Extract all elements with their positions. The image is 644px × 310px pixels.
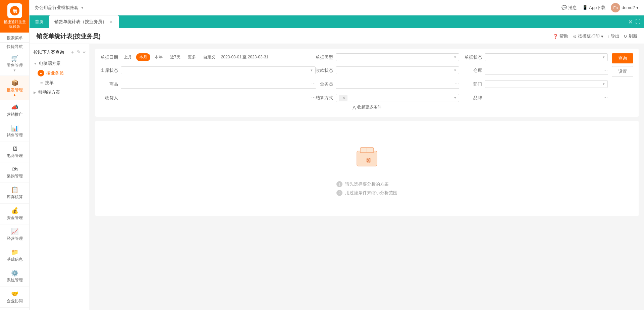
sidebar-item-label-wholesale: 批发管理 [7, 87, 23, 93]
query-button[interactable]: 查询 [612, 53, 633, 63]
warehouse-input[interactable]: ··· [485, 66, 608, 75]
mobile-scheme-category[interactable]: ▶ 移动端方案 [30, 88, 90, 97]
recipient-dots[interactable]: ··· [311, 95, 316, 101]
collapse-label: 收起更多条件 [357, 104, 381, 110]
user-menu[interactable]: Ea demo2 ▾ [611, 3, 639, 12]
sidebar-item-wholesale[interactable]: 📦 批发管理 ▲ [0, 76, 29, 100]
product-input[interactable]: ··· [121, 80, 316, 89]
tab-fullscreen-icon[interactable]: ⛶ [635, 19, 641, 25]
add-scheme-icon[interactable]: ＋ [70, 49, 75, 55]
tab-sales-report-label: 销货单统计表（按业务员） [54, 19, 107, 25]
date-btn-last-month[interactable]: 上月 [121, 53, 135, 61]
sidebar-item-label-inventory: 库存核算 [7, 194, 23, 200]
help-label: 帮助 [559, 33, 568, 39]
filter-item-brand: 品牌 ··· [465, 93, 608, 102]
salesman-input[interactable]: ··· [336, 80, 459, 89]
template-print-label: 按模板打印 [578, 33, 600, 39]
action-buttons: 查询 设置 [612, 53, 633, 102]
filter-item-recipient: 收货人 ··· [101, 93, 316, 102]
product-dots[interactable]: ··· [311, 81, 316, 87]
filter-row-2: 出库状态 ▾ 收款状态 [101, 66, 608, 75]
doc-status-select[interactable]: ▾ [485, 53, 608, 61]
warehouse-dots[interactable]: ··· [603, 67, 608, 73]
search-menu-button[interactable]: 搜索菜单 [0, 33, 29, 43]
ecommerce-icon: 🖥 [12, 145, 18, 152]
collapse-panel-icon[interactable]: « [83, 49, 86, 55]
date-btn-custom[interactable]: 自定义 [200, 53, 218, 61]
right-panel: 单据日期 上月 本月 本年 近7天 更多 自定义 [90, 44, 644, 310]
sidebar-item-label-sales: 销售管理 [7, 133, 23, 138]
tab-close-icon[interactable]: ✕ [109, 19, 113, 25]
export-button[interactable]: ↑ 导出 [607, 33, 620, 39]
date-btn-this-year[interactable]: 本年 [152, 53, 166, 61]
filter-item-salesman: 业务员 ··· [316, 80, 459, 89]
edit-scheme-icon[interactable]: ✎ [77, 49, 81, 55]
template-print-button[interactable]: 🖨 按模板打印 ▾ [572, 33, 603, 39]
app-download-button[interactable]: 📱 App下载 [582, 5, 605, 11]
sidebar-item-ecommerce[interactable]: 🖥 电商管理 [0, 142, 29, 162]
date-btn-more[interactable]: 更多 [185, 53, 199, 61]
mobile-category-arrow: ▶ [34, 91, 36, 94]
payment-method-label: 结算方式 [316, 95, 336, 101]
dept-select[interactable]: ▾ [485, 80, 608, 88]
brand-input[interactable]: ··· [485, 93, 608, 102]
receipt-status-select[interactable]: ▾ [336, 66, 459, 74]
topbar-dropdown-icon[interactable]: ▾ [81, 5, 84, 10]
sidebar-logo-text: 畅捷通好生意 标账版 [4, 19, 26, 29]
topbar-title: 办公用品行业模拟账套 [35, 5, 78, 11]
filter-item-product: 商品 ··· [101, 80, 316, 89]
quick-nav-button[interactable]: 快捷导航 [0, 43, 29, 51]
chevron-up-icon: ▲ [13, 93, 16, 97]
settings-button[interactable]: 设置 [612, 66, 633, 77]
filter-form: 单据日期 上月 本月 本年 近7天 更多 自定义 [95, 49, 639, 117]
message-button[interactable]: 💬 消息 [561, 5, 577, 11]
by-order-icon: ≡ [40, 81, 43, 86]
sidebar-item-operation[interactable]: 📈 经营管理 [0, 224, 29, 245]
logo-icon: 畅 [7, 3, 22, 18]
date-btn-this-month[interactable]: 本月 [136, 53, 150, 61]
sidebar-item-basic[interactable]: 📁 基础信息 [0, 245, 29, 266]
desktop-scheme-category[interactable]: ▼ 电脑端方案 [30, 59, 90, 68]
date-filter: 上月 本月 本年 近7天 更多 自定义 2023-03-01 至 2023-03… [121, 53, 316, 61]
sidebar-item-enterprise[interactable]: 🤝 企业协同 [0, 287, 29, 308]
doc-type-arrow: ▾ [454, 55, 456, 59]
tab-home[interactable]: 首页 [30, 15, 49, 28]
scheme-item-by-order[interactable]: ≡ 按单 [30, 78, 90, 88]
collapse-filter-button[interactable]: ⋀ 收起更多条件 [101, 102, 633, 112]
payment-method-clear[interactable]: ✕ [342, 96, 345, 100]
sidebar-item-inventory[interactable]: 📋 库存核算 [0, 183, 29, 204]
sidebar-item-finance[interactable]: 💰 资金管理 [0, 204, 29, 224]
brand-label: 品牌 [465, 95, 485, 101]
date-label: 单据日期 [101, 54, 121, 60]
enterprise-icon: 🤝 [11, 290, 18, 298]
print-dropdown-icon: ▾ [601, 34, 603, 39]
sidebar-item-label-enterprise: 企业协同 [7, 298, 23, 304]
filter-item-doc-status: 单据状态 ▾ [465, 53, 608, 61]
wholesale-icon: 📦 [11, 79, 18, 87]
sidebar-item-marketing[interactable]: 📣 营销推广 [0, 100, 29, 121]
sidebar-item-newbie[interactable]: 🎯 新手引导 [0, 308, 29, 310]
scheme-item-by-salesman[interactable]: ● 按业务员 [30, 68, 90, 78]
sidebar-item-retail[interactable]: 🛒 零售管理 ▼ [0, 51, 29, 76]
tab-sales-report[interactable]: 销货单统计表（按业务员） ✕ [49, 15, 119, 28]
tab-close-window-icon[interactable]: ✕ [628, 19, 633, 25]
payment-method-select[interactable]: ✕ ▾ [336, 94, 459, 102]
help-button[interactable]: ❓ 帮助 [553, 33, 568, 39]
tabbar-controls: ✕ ⛶ [628, 19, 644, 25]
page-header-actions: ❓ 帮助 🖨 按模板打印 ▾ ↑ 导出 ↻ 刷新 [553, 33, 638, 43]
phone-icon: 📱 [582, 5, 588, 10]
doc-type-select[interactable]: ▾ [336, 53, 459, 61]
date-btn-last7[interactable]: 近7天 [167, 53, 183, 61]
empty-hints: 1 请先选择要分析的方案 2 用过滤条件来缩小分析范围 [336, 181, 397, 196]
refresh-button[interactable]: ↻ 刷新 [624, 33, 637, 39]
brand-dots[interactable]: ··· [603, 95, 608, 101]
sidebar-item-purchase[interactable]: 🛍 采购管理 [0, 162, 29, 183]
scheme-item-order-label: 按单 [45, 80, 54, 86]
salesman-dots[interactable]: ··· [454, 81, 459, 87]
dept-arrow: ▾ [603, 82, 605, 86]
sidebar-item-system[interactable]: ⚙️ 系统管理 [0, 266, 29, 287]
out-status-select[interactable]: ▾ [121, 66, 316, 74]
left-panel-header: 按以下方案查询 ＋ ✎ « [30, 47, 90, 57]
recipient-input[interactable]: ··· [121, 93, 316, 102]
sidebar-item-sales[interactable]: 📊 销售管理 [0, 121, 29, 142]
